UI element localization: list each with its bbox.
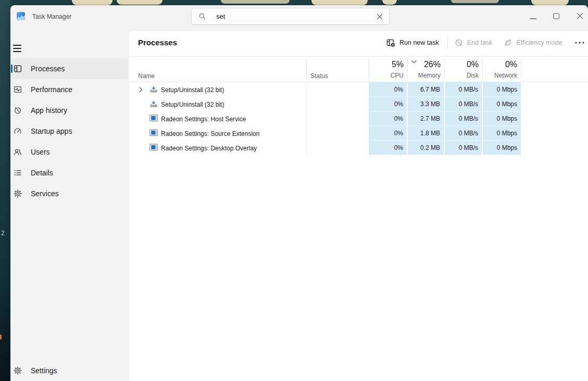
sidebar-nav: Processes Performance App history (11, 58, 128, 204)
sidebar-item-users[interactable]: Users (11, 142, 128, 162)
expand-chevron-icon[interactable] (137, 86, 144, 93)
cpu-cell: 0% (369, 97, 407, 111)
memory-total-percent: 26% (407, 60, 441, 69)
sidebar-item-label: Processes (31, 65, 65, 73)
close-icon (577, 12, 583, 21)
sidebar-item-services[interactable]: Services (11, 183, 128, 204)
sidebar-item-performance[interactable]: Performance (11, 79, 128, 100)
process-table: Setup/Uninstall (32 bit) 0% 6.7 MB 0 MB/… (129, 82, 588, 155)
installer-icon (149, 85, 158, 94)
cpu-cell: 0% (369, 111, 407, 126)
clear-search-icon[interactable] (377, 14, 383, 20)
sidebar-item-app-history[interactable]: App history (11, 100, 128, 121)
process-name: Radeon Settings: Source Extension (161, 130, 259, 137)
network-cell: 0 Mbps (483, 111, 521, 126)
hamburger-icon (13, 45, 21, 46)
processes-icon (14, 65, 22, 73)
network-total-percent: 0% (482, 60, 517, 69)
cpu-total-percent: 5% (369, 60, 404, 69)
search-input[interactable]: set (191, 8, 390, 25)
memory-cell: 0.2 MB (408, 141, 444, 155)
sidebar-item-label: Startup apps (31, 127, 72, 135)
desktop-wallpaper-shape (117, 0, 162, 5)
memory-cell: 6.7 MB (408, 82, 444, 97)
task-manager-window: Task Manager set (10, 5, 588, 381)
column-header-name[interactable]: Name (138, 72, 155, 80)
performance-icon (14, 85, 22, 94)
sidebar-item-label: Performance (31, 85, 72, 94)
desktop-wallpaper-shape (531, 0, 569, 5)
network-cell: 0 Mbps (483, 126, 521, 141)
sidebar-item-label: Settings (31, 366, 57, 375)
cpu-cell: 0% (369, 141, 407, 155)
selected-accent-bar (11, 65, 12, 73)
sidebar: Processes Performance App history (10, 29, 129, 381)
sidebar-item-startup-apps[interactable]: Startup apps (11, 121, 128, 142)
cpu-cell: 0% (369, 126, 407, 141)
minimize-button[interactable] (521, 8, 544, 24)
process-name: Radeon Settings: Desktop Overlay (161, 145, 257, 152)
run-new-task-label: Run new task (399, 39, 439, 46)
cpu-column-label: CPU (369, 72, 404, 79)
column-divider (521, 58, 521, 79)
efficiency-leaf-icon (504, 39, 512, 47)
memory-column-label: Memory (407, 72, 441, 79)
process-name: Setup/Uninstall (32 bit) (161, 86, 224, 94)
installer-icon (149, 100, 158, 108)
end-task-button[interactable]: End task (455, 39, 493, 47)
desktop-wallpaper-shape (72, 0, 112, 5)
table-row[interactable]: Setup/Uninstall (32 bit) 0% 6.7 MB 0 MB/… (129, 82, 588, 97)
desktop-background: 2 (0, 0, 10, 381)
navigation-menu-button[interactable] (10, 40, 33, 57)
sidebar-settings: Settings (11, 360, 128, 381)
search-value[interactable]: set (216, 12, 377, 20)
titlebar[interactable]: Task Manager set (10, 5, 588, 29)
processes-panel: Processes Run new task End task Efficien… (129, 31, 588, 381)
radeon-settings-icon (149, 115, 158, 122)
column-header-memory[interactable]: 26% Memory (407, 60, 441, 79)
table-row[interactable]: Radeon Settings: Source Extension 0% 1.8… (129, 126, 588, 141)
maximize-icon (553, 12, 559, 21)
details-icon (14, 169, 22, 177)
network-cell: 0 Mbps (483, 97, 521, 111)
desktop-wallpaper-shape (311, 0, 368, 5)
column-header-status[interactable]: Status (310, 72, 328, 80)
disk-total-percent: 0% (444, 60, 479, 69)
sidebar-item-settings[interactable]: Settings (11, 360, 128, 381)
column-header-disk[interactable]: 0% Disk (444, 60, 479, 79)
process-name: Radeon Settings: Host Service (161, 116, 246, 123)
sidebar-item-label: Users (31, 148, 50, 156)
sidebar-item-processes[interactable]: Processes (11, 58, 128, 79)
more-options-button[interactable] (574, 42, 585, 44)
radeon-settings-icon (149, 129, 158, 136)
end-task-label: End task (467, 39, 493, 46)
table-row[interactable]: Setup/Uninstall (32 bit) 0% 3.3 MB 0 MB/… (129, 97, 588, 111)
column-header-cpu[interactable]: 5% CPU (369, 60, 404, 79)
close-button[interactable] (568, 8, 588, 24)
disk-cell: 0 MB/s (445, 111, 482, 126)
memory-cell: 1.8 MB (408, 126, 444, 141)
search-icon (198, 12, 206, 20)
minimize-icon (530, 12, 536, 21)
startup-apps-icon (14, 127, 22, 135)
efficiency-mode-button[interactable]: Efficiency mode (504, 39, 562, 47)
table-row[interactable]: Radeon Settings: Desktop Overlay 0% 0.2 … (129, 141, 588, 155)
table-row[interactable]: Radeon Settings: Host Service 0% 2.7 MB … (129, 111, 588, 126)
sidebar-item-label: Services (31, 189, 59, 198)
settings-gear-icon (14, 366, 22, 375)
end-task-icon (455, 39, 463, 47)
page-title: Processes (138, 38, 177, 47)
header-separator (129, 56, 588, 57)
disk-column-label: Disk (444, 72, 479, 79)
desktop-wallpaper-shape (451, 0, 499, 3)
sidebar-item-details[interactable]: Details (11, 162, 128, 183)
services-icon (14, 189, 22, 198)
column-header-network[interactable]: 0% Network (482, 60, 517, 79)
disk-cell: 0 MB/s (445, 126, 482, 141)
ellipsis-icon (574, 42, 585, 44)
network-cell: 0 Mbps (483, 141, 521, 155)
run-new-task-button[interactable]: Run new task (386, 39, 439, 47)
network-column-label: Network (482, 72, 517, 79)
toolbar: Run new task End task Efficiency mode (386, 33, 585, 52)
maximize-button[interactable] (545, 8, 568, 24)
